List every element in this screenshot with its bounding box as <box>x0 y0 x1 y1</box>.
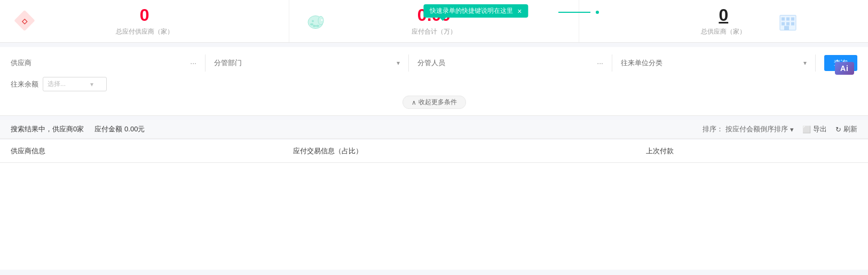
department-dropdown-icon[interactable]: ▾ <box>397 59 400 67</box>
svg-point-8 <box>321 19 323 21</box>
filter-row-2: 往来余额 选择... ▾ <box>11 77 857 91</box>
department-label: 分管部门 <box>214 58 242 68</box>
total-suppliers-number: 0 <box>719 6 728 25</box>
svg-rect-10 <box>782 17 785 20</box>
manager-label: 分管人员 <box>417 58 445 68</box>
unit-category-dropdown-icon[interactable]: ▾ <box>803 59 807 67</box>
department-filter: 分管部门 ▾ <box>206 54 409 72</box>
stat-total-suppliers: 0 总供应商（家） <box>579 0 868 42</box>
collapse-row: ∧ 收起更多条件 <box>11 96 857 109</box>
collapse-button[interactable]: ∧ 收起更多条件 <box>403 96 466 109</box>
filter-section: 供应商 ··· 分管部门 ▾ 分管人员 ··· 往来单位分类 ▾ 查询 往来余额… <box>0 47 868 116</box>
col-last-payment-header: 上次付款 <box>646 146 858 156</box>
unit-category-input[interactable] <box>667 59 801 67</box>
filter-row-1: 供应商 ··· 分管部门 ▾ 分管人员 ··· 往来单位分类 ▾ 查询 <box>11 54 857 72</box>
supplier-dots[interactable]: ··· <box>190 59 196 67</box>
piggy-icon <box>302 7 329 35</box>
svg-rect-16 <box>784 26 789 30</box>
building-icon <box>777 10 804 33</box>
svg-point-4 <box>312 20 314 22</box>
results-actions: 排序： 按应付会额倒序排序 ▾ ⬜ 导出 ↻ 刷新 <box>703 124 857 134</box>
svg-rect-11 <box>786 17 790 20</box>
table-body <box>0 163 868 270</box>
export-button[interactable]: ⬜ 导出 <box>802 124 827 134</box>
tooltip-text: 快速录单的快捷键说明在这里 <box>430 6 513 15</box>
sort-value: 按应付会额倒序排序 <box>725 124 788 134</box>
department-input[interactable] <box>246 59 394 67</box>
diamond-icon: ◇ <box>13 9 36 34</box>
tooltip-bubble: 快速录单的快捷键说明在这里 × <box>423 4 528 18</box>
results-amount-text: 应付金额 0.00元 <box>94 125 145 133</box>
table-header: 供应商信息 应付交易信息（占比） 上次付款 <box>0 140 868 163</box>
supplier-label: 供应商 <box>11 58 31 68</box>
stat-total-payable-suppliers: ◇ 0 总应付供应商（家） <box>0 0 289 42</box>
balance-placeholder: 选择... <box>48 80 66 89</box>
manager-dots[interactable]: ··· <box>597 59 603 67</box>
collapse-btn-label: 收起更多条件 <box>419 98 457 107</box>
manager-input[interactable] <box>449 59 595 67</box>
tooltip-line <box>558 12 590 13</box>
total-payable-label: 总应付供应商（家） <box>116 27 173 36</box>
svg-rect-14 <box>786 22 790 25</box>
svg-point-7 <box>316 25 319 27</box>
svg-point-5 <box>310 23 313 25</box>
svg-point-3 <box>318 16 323 25</box>
col-supplier-header: 供应商信息 <box>11 146 293 156</box>
total-payable-number: 0 <box>140 6 149 25</box>
tooltip-close-btn[interactable]: × <box>517 7 522 15</box>
sort-dropdown-icon: ▾ <box>790 125 794 133</box>
results-summary: 搜索结果中，供应商0家 应付金额 0.00元 <box>11 124 145 134</box>
svg-rect-15 <box>791 22 794 25</box>
export-icon: ⬜ <box>802 125 811 133</box>
unit-category-filter: 往来单位分类 ▾ <box>612 54 816 72</box>
manager-filter: 分管人员 ··· <box>409 54 612 72</box>
balance-label: 往来余额 <box>11 80 38 89</box>
payable-total-label: 应付合计（万） <box>412 27 456 36</box>
total-suppliers-label: 总供应商（家） <box>701 27 746 36</box>
balance-select[interactable]: 选择... ▾ <box>43 77 107 91</box>
col-transaction-header: 应付交易信息（占比） <box>293 146 646 156</box>
export-label: 导出 <box>813 124 827 134</box>
ai-label[interactable]: Ai <box>835 62 854 75</box>
sort-label: 排序： <box>703 124 723 134</box>
collapse-up-icon: ∧ <box>412 99 416 106</box>
svg-rect-12 <box>791 17 794 20</box>
results-count-text: 搜索结果中，供应商0家 <box>11 125 84 133</box>
stats-bar: ◇ 0 总应付供应商（家） 0.00 应付合计（万） 快速录单的快捷键说明在这里… <box>0 0 868 43</box>
svg-text:◇: ◇ <box>21 17 28 25</box>
unit-category-label: 往来单位分类 <box>621 58 662 68</box>
balance-dropdown-icon: ▾ <box>90 81 93 88</box>
results-amount-separator <box>86 125 93 133</box>
tooltip-dot <box>595 10 600 15</box>
sort-dropdown[interactable]: 排序： 按应付会额倒序排序 ▾ <box>703 124 794 134</box>
refresh-button[interactable]: ↻ 刷新 <box>835 124 857 134</box>
refresh-label: 刷新 <box>843 124 857 134</box>
svg-rect-13 <box>782 22 785 25</box>
results-bar: 搜索结果中，供应商0家 应付金额 0.00元 排序： 按应付会额倒序排序 ▾ ⬜… <box>0 120 868 139</box>
refresh-icon: ↻ <box>835 125 841 133</box>
supplier-filter: 供应商 ··· <box>11 54 206 72</box>
svg-point-6 <box>313 25 316 27</box>
supplier-input[interactable] <box>36 59 188 67</box>
stat-payable-total: 0.00 应付合计（万） 快速录单的快捷键说明在这里 × <box>289 0 579 42</box>
